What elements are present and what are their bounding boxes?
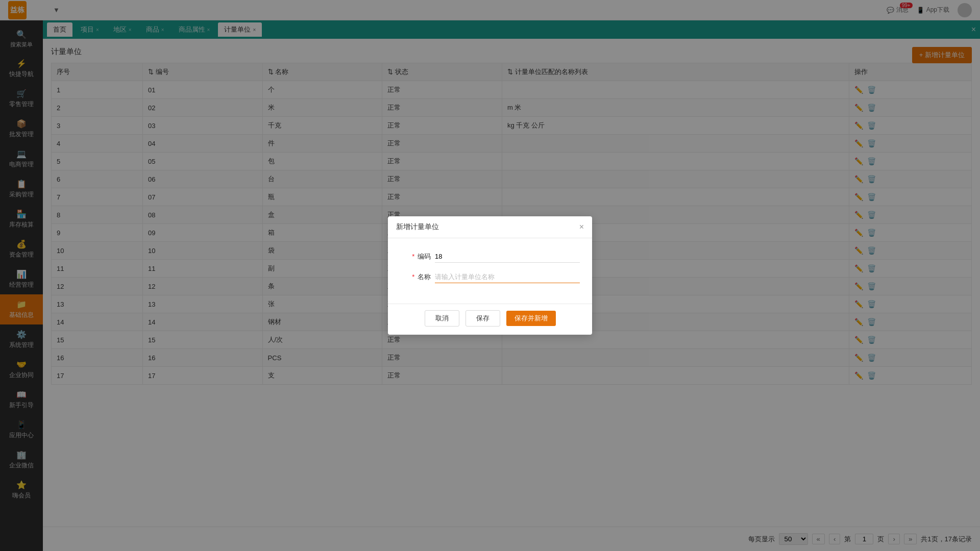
add-unit-modal: 新增计量单位 × * 编码 * 名称 取消 保存 保存并新增 xyxy=(388,216,592,335)
name-input[interactable] xyxy=(435,271,580,283)
code-input[interactable] xyxy=(435,251,580,263)
code-required: * xyxy=(412,253,414,260)
modal-close-button[interactable]: × xyxy=(579,222,584,232)
code-field-row: * 编码 xyxy=(400,251,580,263)
cancel-button[interactable]: 取消 xyxy=(425,310,459,327)
modal-footer: 取消 保存 保存并新增 xyxy=(388,304,592,335)
modal-header: 新增计量单位 × xyxy=(388,216,592,238)
modal-body: * 编码 * 名称 xyxy=(388,238,592,299)
modal-overlay: 新增计量单位 × * 编码 * 名称 取消 保存 保存并新增 xyxy=(0,0,980,551)
save-and-add-button[interactable]: 保存并新增 xyxy=(506,311,556,326)
save-button[interactable]: 保存 xyxy=(465,310,500,327)
name-required: * xyxy=(412,273,414,281)
name-field-row: * 名称 xyxy=(400,271,580,283)
modal-title: 新增计量单位 xyxy=(396,222,439,232)
code-label: * 编码 xyxy=(400,252,431,261)
name-label: * 名称 xyxy=(400,272,431,282)
